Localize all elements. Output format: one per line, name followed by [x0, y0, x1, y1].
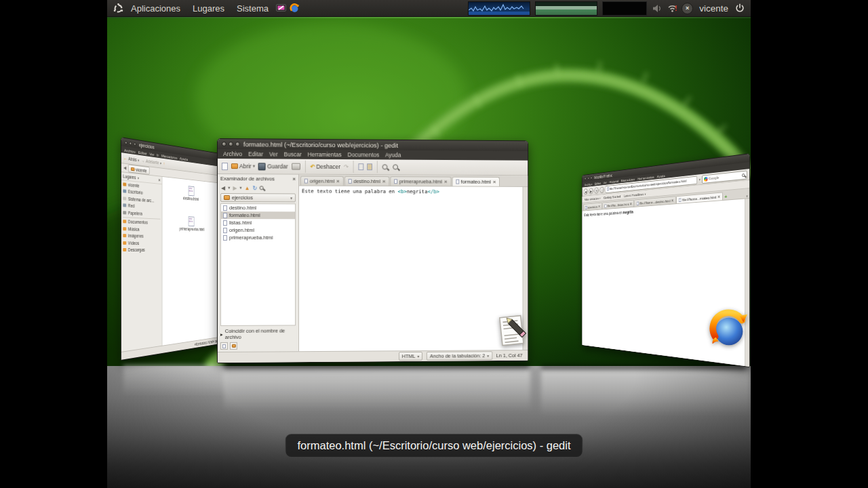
up-icon[interactable]: ▲ [245, 185, 250, 191]
gedit-window[interactable]: formateo.html (~/Escritorio/curso web/ej… [217, 138, 528, 363]
menu-sistema[interactable]: Sistema [232, 1, 273, 16]
reload-button[interactable]: ↻ [594, 187, 598, 194]
tab-formateo[interactable]: formateo.html× [452, 177, 500, 186]
file-row[interactable]: primeraprueba.html [221, 234, 295, 241]
minimize-button[interactable] [587, 176, 589, 179]
match-filename-expander[interactable]: ▸ Coincidir con el nombre de archivo [218, 326, 298, 342]
close-tab-icon[interactable]: × [598, 204, 600, 209]
menu-ayuda[interactable]: Ayuda [385, 152, 401, 159]
folder-combo[interactable]: ejercicios ▾ [220, 193, 296, 202]
close-tab-icon[interactable]: × [382, 178, 386, 184]
up-button[interactable]: ↑ [163, 161, 165, 166]
user-menu[interactable]: vicente [698, 3, 730, 14]
menu-archivo[interactable]: Archivo [585, 182, 593, 186]
breadcrumb-scroll-left-icon[interactable]: ◀ [123, 165, 126, 171]
close-tab-icon[interactable]: × [444, 179, 448, 185]
place-descargas[interactable]: Descargas [121, 247, 162, 253]
file-row-selected[interactable]: formateo.html [221, 211, 295, 219]
tab-width-combo[interactable]: Ancho de la tabulación: 2▾ [427, 351, 492, 360]
close-tab-icon[interactable]: × [630, 201, 632, 207]
open-button[interactable]: Abrir ▾ [231, 163, 255, 169]
new-folder-button[interactable] [230, 342, 237, 350]
tab-origen[interactable]: origen.html× [300, 176, 344, 186]
refresh-icon[interactable]: ↻ [252, 185, 257, 191]
close-button[interactable] [125, 140, 127, 144]
file-row[interactable]: listas.html [221, 219, 295, 226]
applet-black-preview[interactable] [602, 1, 647, 16]
panel-close-icon[interactable]: × [292, 176, 296, 182]
back-button[interactable]: ← Atrás ▾ [123, 156, 139, 163]
menu-herramientas[interactable]: Herramientas [308, 151, 342, 158]
menu-lugares[interactable]: Lugares [188, 1, 229, 16]
search-icon[interactable] [742, 173, 745, 176]
close-tab-icon[interactable]: × [671, 197, 673, 203]
menu-aplicaciones[interactable]: Aplicaciones [126, 1, 185, 16]
bookmark-latest-headlines[interactable]: Latest Headlines ▾ [624, 192, 646, 198]
places-caret-icon[interactable]: ▾ [138, 176, 139, 180]
place-videos[interactable]: Vídeos [121, 239, 162, 247]
close-tab-icon[interactable]: × [717, 194, 720, 200]
forward-icon[interactable]: ▶ [233, 185, 237, 191]
bookmark-mas-visitados[interactable]: Más visitados ▾ [585, 196, 601, 201]
tab-list-icon[interactable]: ▾ [746, 194, 747, 198]
url-dropdown-icon[interactable]: ▾ [699, 178, 701, 182]
menu-editar[interactable]: Editar [595, 181, 601, 186]
new-file-button[interactable] [220, 342, 228, 350]
close-button[interactable] [222, 142, 226, 146]
copy-icon[interactable] [359, 163, 364, 170]
menu-ayuda[interactable]: Ayuda [657, 173, 665, 178]
close-tab-icon[interactable]: × [336, 178, 340, 184]
file-row[interactable]: destino.html [221, 204, 295, 211]
menu-ver[interactable]: Ver [604, 180, 607, 184]
nautilus-file-pane[interactable]: <ht> div tx destino.html <ht> div tx pri… [162, 177, 222, 346]
forward-caret-icon[interactable]: ▾ [239, 185, 241, 190]
menu-documentos[interactable]: Documentos [348, 151, 380, 158]
menu-ayuda[interactable]: Ayuda [180, 156, 188, 161]
forward-button[interactable]: ▶ [589, 188, 593, 195]
save-button[interactable]: Guardar [258, 163, 288, 170]
power-icon[interactable] [734, 3, 745, 14]
places-close-icon[interactable]: × [159, 178, 161, 182]
applet-capture-preview[interactable] [535, 1, 597, 16]
maximize-button[interactable] [235, 142, 240, 146]
filter-search-icon[interactable] [260, 186, 264, 190]
maximize-button[interactable] [134, 142, 136, 146]
home-button[interactable]: ⌂ [599, 186, 604, 193]
file-row[interactable]: origen.html [221, 226, 295, 234]
maximize-button[interactable] [591, 176, 593, 179]
menu-editar[interactable]: Editar [138, 149, 147, 155]
minimize-button[interactable] [229, 142, 233, 146]
redo-icon[interactable]: ↷ [344, 163, 349, 170]
file-destino[interactable]: <ht> div tx destino.html [180, 185, 203, 202]
bookmark-getting-started[interactable]: Getting Started [604, 194, 620, 199]
close-button[interactable] [585, 177, 587, 180]
menu-ver[interactable]: Ver [149, 151, 154, 157]
menu-ir[interactable]: Ir [157, 152, 159, 157]
search-icon[interactable] [382, 164, 388, 169]
paste-icon[interactable] [367, 163, 372, 170]
menu-ver[interactable]: Ver [269, 150, 278, 157]
minimize-button[interactable] [129, 141, 132, 145]
menu-buscar[interactable]: Buscar [284, 151, 302, 158]
tab-destino[interactable]: destino.html× [344, 176, 390, 186]
print-icon[interactable] [292, 163, 300, 170]
menu-archivo[interactable]: Archivo [223, 150, 242, 157]
new-document-icon[interactable] [222, 163, 228, 170]
menu-editar[interactable]: Editar [248, 150, 263, 157]
recordmydesktop-icon[interactable] [276, 3, 287, 14]
close-tab-icon[interactable]: × [493, 179, 496, 185]
file-primeraprueba[interactable]: <ht> div tx primeraprueba.html [180, 216, 203, 232]
back-icon[interactable]: ◀ [221, 185, 225, 191]
back-history-caret-icon[interactable]: ▾ [138, 158, 139, 162]
open-recent-caret-icon[interactable]: ▾ [253, 163, 255, 169]
applet-waveform-preview[interactable] [468, 1, 530, 16]
replace-icon[interactable] [393, 164, 398, 169]
wifi-icon[interactable]: ! [667, 4, 677, 12]
presence-icon[interactable]: × [682, 3, 693, 14]
language-combo[interactable]: HTML▾ [399, 352, 422, 361]
ubuntu-logo-icon[interactable] [113, 3, 123, 14]
new-tab-button[interactable]: + [724, 194, 728, 200]
forward-button[interactable]: → Adelante ▾ [141, 158, 161, 165]
volume-icon[interactable] [652, 3, 663, 14]
back-caret-icon[interactable]: ▾ [228, 185, 230, 190]
